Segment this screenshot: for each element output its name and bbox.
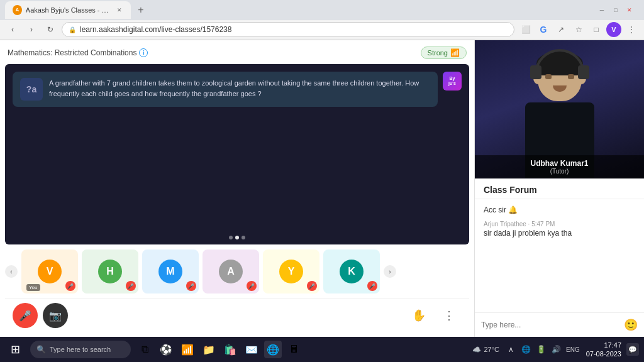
- mic-off-badge-h: 🎤: [126, 281, 136, 291]
- mic-off-badge-a: 🎤: [247, 281, 257, 291]
- menu-button[interactable]: ⋮: [624, 22, 639, 37]
- notification-button[interactable]: 💬: [626, 343, 639, 356]
- question-icon: ?a: [20, 78, 43, 101]
- participant-card-m: M 🎤: [142, 250, 199, 293]
- clock-time: 17:47: [586, 341, 621, 349]
- share-button[interactable]: ↗: [553, 22, 569, 37]
- start-button[interactable]: ⊞: [5, 339, 25, 359]
- clock-date: 07-08-2023: [586, 349, 621, 358]
- extension-button[interactable]: □: [589, 22, 604, 37]
- chat-section: Class Forum Acc sir 🔔 Arjun Tripathee · …: [475, 178, 644, 337]
- signal-label: Strong: [428, 49, 448, 57]
- minimize-button[interactable]: ─: [597, 6, 606, 14]
- close-window-button[interactable]: ✕: [625, 6, 634, 14]
- left-panel: Mathematics: Restricted Combinations i S…: [0, 40, 474, 337]
- profile-button[interactable]: V: [606, 22, 621, 37]
- taskbar-calc[interactable]: 🖩: [286, 341, 303, 358]
- browser-chrome: A Aakash Byju's Classes - Perm ✕ + ─ □ ✕…: [0, 0, 644, 40]
- tray-network[interactable]: 🌐: [519, 343, 532, 356]
- taskbar-chrome[interactable]: 🌐: [264, 341, 282, 358]
- taskbar-search-text: Type here to search: [50, 346, 111, 353]
- next-participant-button[interactable]: ›: [384, 265, 396, 278]
- chat-message-meta-2: Arjun Tripathee · 5:47 PM: [484, 221, 635, 228]
- you-badge: You: [26, 284, 40, 291]
- participant-card-a: A 🎤: [203, 250, 259, 293]
- taskbar-mail[interactable]: ✉️: [243, 341, 260, 358]
- tray-expand[interactable]: ∧: [504, 343, 517, 356]
- mic-off-badge-v: 🎤: [65, 281, 75, 291]
- taskbar-search[interactable]: 🔍 Type here to search: [30, 341, 131, 358]
- taskbar-explorer[interactable]: 📁: [200, 341, 218, 358]
- search-icon: 🔍: [36, 345, 46, 354]
- participant-avatar-h: H: [98, 260, 122, 283]
- maximize-button[interactable]: □: [611, 6, 620, 14]
- bookmark-button[interactable]: ☆: [571, 22, 586, 37]
- tray-volume[interactable]: 🔊: [550, 343, 562, 356]
- tray-lang: ENG: [565, 343, 581, 356]
- top-bar: Mathematics: Restricted Combinations i S…: [5, 45, 469, 60]
- taskbar-app-icons: ⧉ ⚽ 📶 📁 🛍️ ✉️ 🌐 🖩: [136, 341, 303, 358]
- headphone-pad-left: [530, 65, 541, 79]
- emoji-button[interactable]: 🙂: [624, 318, 638, 332]
- mute-button[interactable]: 🎤: [13, 303, 38, 328]
- new-tab-button[interactable]: +: [133, 3, 148, 18]
- tab-bar: A Aakash Byju's Classes - Perm ✕ + ─ □ ✕: [0, 0, 644, 20]
- google-button[interactable]: G: [536, 22, 551, 37]
- info-icon[interactable]: i: [139, 48, 148, 57]
- system-tray: ∧ 🌐 🔋 🔊 ENG: [504, 343, 581, 356]
- tutor-video: Udbhav Kumar1 (Tutor): [475, 40, 644, 178]
- camera-button[interactable]: 📷: [43, 303, 68, 328]
- more-options-button[interactable]: ⋮: [436, 303, 462, 328]
- video-area: ?a A grandfather with 7 grand children t…: [5, 64, 469, 244]
- prev-participant-button[interactable]: ‹: [5, 265, 18, 278]
- participants-row: ‹ V You 🎤 H 🎤 M 🎤 A 🎤 Y 🎤: [5, 248, 469, 295]
- taskbar-wifi[interactable]: 📶: [179, 341, 196, 358]
- tutor-role: (Tutor): [479, 168, 640, 175]
- address-bar[interactable]: 🔒 learn.aakashdigital.com/live-classes/1…: [62, 22, 514, 37]
- participant-avatar-v: V: [38, 260, 62, 283]
- headphone-pad-right: [578, 65, 589, 79]
- taskbar-store[interactable]: 🛍️: [221, 341, 239, 358]
- window-controls: ─ □ ✕: [597, 6, 639, 14]
- slide-dot: [242, 236, 245, 239]
- main-content: Mathematics: Restricted Combinations i S…: [0, 40, 644, 337]
- active-tab[interactable]: A Aakash Byju's Classes - Perm ✕: [5, 1, 131, 19]
- tray-battery[interactable]: 🔋: [535, 343, 547, 356]
- question-card: ?a A grandfather with 7 grand children t…: [13, 72, 438, 107]
- clock: 17:47 07-08-2023: [586, 341, 621, 359]
- nav-bar: ‹ › ↻ 🔒 learn.aakashdigital.com/live-cla…: [0, 20, 644, 40]
- participant-avatar-y: Y: [279, 260, 303, 283]
- participant-card-k: K 🎤: [323, 250, 380, 293]
- weather-temp: 27°C: [484, 346, 499, 353]
- task-view-button[interactable]: ⧉: [136, 341, 153, 358]
- signal-badge: Strong 📶: [421, 47, 467, 59]
- chat-header: Class Forum: [475, 178, 644, 199]
- participant-avatar-m: M: [158, 260, 182, 283]
- chat-messages: Acc sir 🔔 Arjun Tripathee · 5:47 PM sir …: [475, 199, 644, 312]
- participant-card-you: V You 🎤: [21, 250, 78, 293]
- back-button[interactable]: ‹: [5, 22, 20, 37]
- tab-close-button[interactable]: ✕: [115, 6, 123, 14]
- refresh-button[interactable]: ↻: [43, 22, 58, 37]
- cast-button[interactable]: ⬜: [518, 22, 533, 37]
- participant-avatar-k: K: [340, 260, 364, 283]
- url-text: learn.aakashdigital.com/live-classes/157…: [80, 25, 231, 34]
- raise-hand-button[interactable]: ✋: [406, 303, 431, 328]
- mic-off-badge-m: 🎤: [186, 281, 196, 291]
- slide-dot: [229, 236, 233, 239]
- forward-button[interactable]: ›: [24, 22, 39, 37]
- taskbar: ⊞ 🔍 Type here to search ⧉ ⚽ 📶 📁 🛍️ ✉️ 🌐 …: [0, 337, 644, 362]
- mic-off-badge-k: 🎤: [367, 281, 377, 291]
- chat-input-row: 🙂: [475, 312, 644, 337]
- taskbar-right: ☁️ 27°C ∧ 🌐 🔋 🔊 ENG 17:47 07-08-2023 💬: [472, 341, 639, 359]
- tutor-name: Udbhav Kumar1: [479, 159, 640, 168]
- chat-message-2: Arjun Tripathee · 5:47 PM sir dada ji pr…: [484, 221, 635, 238]
- right-panel: Udbhav Kumar1 (Tutor) Class Forum Acc si…: [474, 40, 644, 337]
- nav-actions: ⬜ G ↗ ☆ □ V ⋮: [518, 22, 639, 37]
- taskbar-soccer[interactable]: ⚽: [157, 341, 175, 358]
- chat-message-1: Acc sir 🔔: [484, 206, 635, 214]
- weather-info: ☁️ 27°C: [472, 346, 499, 354]
- participant-card-y: Y 🎤: [263, 250, 319, 293]
- chat-message-text-1: Acc sir 🔔: [484, 206, 635, 214]
- chat-input[interactable]: [481, 321, 620, 329]
